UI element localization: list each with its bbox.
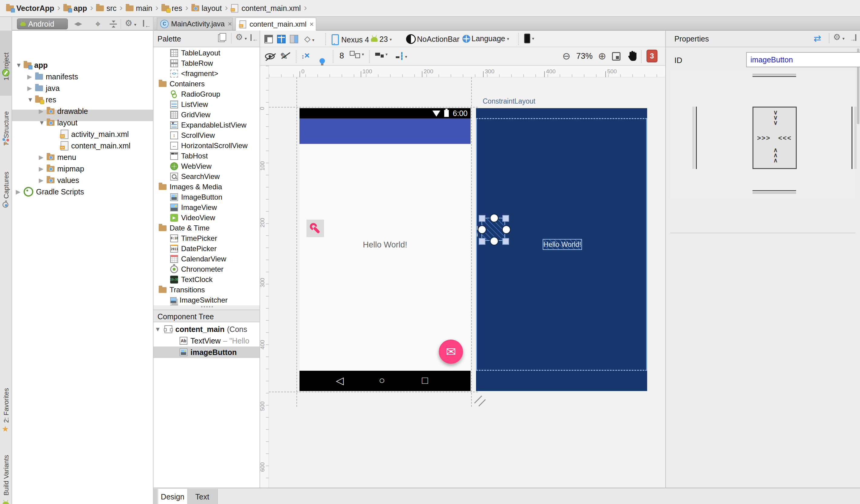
caret-collapsed-icon[interactable]: ▶ — [16, 188, 24, 196]
tree-item-java[interactable]: ▶java — [27, 82, 60, 94]
constraint-anchor-right[interactable] — [502, 225, 511, 234]
orientation-icon[interactable]: ◇▾ — [304, 34, 314, 44]
virtual-device-icon[interactable]: ▾ — [524, 34, 534, 43]
tab-design[interactable]: Design — [158, 489, 187, 504]
palette-item-timepicker[interactable]: 8:10TimePicker — [153, 233, 260, 244]
align-icon[interactable]: ▾ — [375, 52, 388, 57]
constraint-anchor-left[interactable] — [477, 225, 487, 234]
breadcrumb-item-app[interactable]: app — [63, 0, 87, 16]
gear-icon[interactable]: ⚙▾ — [125, 18, 136, 28]
resize-handle-ne[interactable] — [502, 215, 509, 222]
caret-expanded-icon[interactable]: ▼ — [27, 96, 35, 103]
api-selector[interactable]: 23▾ — [371, 35, 392, 44]
sidebar-item-captures[interactable]: Captures — [2, 159, 10, 199]
textview-widget[interactable]: Hello World! — [300, 240, 471, 249]
palette-item-datepicker[interactable]: 2011DatePicker — [153, 244, 260, 254]
sidebar-item-favorites[interactable]: 2: Favorites — [2, 376, 10, 423]
margins-icon[interactable]: ▾ — [350, 51, 364, 57]
close-icon[interactable]: × — [228, 20, 232, 28]
hide-panel-icon[interactable]: ← — [143, 19, 150, 28]
pan-hand-icon[interactable] — [627, 50, 638, 63]
palette-item-videoview[interactable]: ▶VideoView — [153, 213, 260, 223]
device-selector[interactable]: Nexus 4▾ — [332, 34, 373, 45]
caret-collapsed-icon[interactable]: ▶ — [39, 176, 47, 184]
caret-collapsed-icon[interactable]: ▶ — [39, 154, 47, 161]
caret-collapsed-icon[interactable]: ▶ — [39, 107, 47, 115]
caret-collapsed-icon[interactable]: ▶ — [27, 85, 35, 92]
palette-item-imageview[interactable]: ImageView — [153, 202, 260, 213]
zoom-in-icon[interactable]: ⊕ — [598, 50, 606, 62]
design-preview-phone[interactable]: 6:00 Hello World! ✉ ◁ ○ □ — [300, 108, 471, 391]
switch-view-icon[interactable]: ⇄ — [814, 33, 821, 44]
caret-expanded-icon[interactable]: ▼ — [155, 326, 162, 333]
tree-item-values[interactable]: ▶values — [39, 174, 79, 186]
palette-item-fragment[interactable]: <><fragment> — [153, 69, 260, 79]
tree-item-layout[interactable]: ▼layout — [39, 117, 77, 128]
palette-item-tablelayout[interactable]: TableLayout — [153, 48, 260, 58]
resize-handle-se[interactable] — [502, 238, 509, 245]
palette-item-textclock[interactable]: 13:31TextClock — [153, 274, 260, 285]
palette-item-radiogroup[interactable]: RadioGroup — [153, 89, 260, 99]
tree-item-activity-main[interactable]: <>activity_main.xml — [60, 128, 129, 140]
palette-category-date-time[interactable]: Date & Time — [153, 223, 260, 233]
theme-selector[interactable]: NoActionBar — [406, 34, 459, 44]
blueprint-view-icon[interactable] — [290, 35, 298, 43]
tree-item-mipmap[interactable]: ▶mipmap — [39, 163, 84, 174]
tree-item-manifests[interactable]: ▶manifests — [27, 71, 78, 82]
palette-item-horizontalscrollview[interactable]: ↔HorizontalScrollView — [153, 141, 260, 151]
palette-item-expandablelistview[interactable]: ExpandableListView — [153, 120, 260, 130]
id-field[interactable]: imageButton — [746, 52, 860, 67]
palette-item-calendarview[interactable]: CalendarView — [153, 254, 260, 264]
guidelines-icon[interactable]: ▾ — [396, 50, 407, 59]
preview-icon[interactable] — [218, 34, 225, 42]
infer-constraints-icon[interactable] — [319, 58, 325, 63]
resize-handle-sw[interactable] — [479, 238, 485, 245]
locale-selector[interactable]: Language▾ — [462, 34, 509, 43]
palette-item-chronometer[interactable]: Chronometer — [153, 264, 260, 274]
clear-constraints-icon[interactable]: ↕× — [301, 50, 310, 61]
tab-content-main[interactable]: <> content_main.xml × — [235, 17, 316, 31]
nav-back-icon[interactable]: ◁ — [336, 374, 344, 387]
palette-item-webview[interactable]: WebView — [153, 161, 260, 171]
gear-icon[interactable]: ⚙▾ — [833, 32, 845, 42]
component-item-content-main[interactable]: ▼ content_main(Cons — [155, 323, 260, 335]
zoom-out-icon[interactable]: ⊖ — [562, 50, 571, 62]
component-item-imagebutton[interactable]: imageButton — [180, 346, 260, 358]
nav-home-icon[interactable]: ○ — [379, 374, 385, 386]
resize-handle-nw[interactable] — [479, 215, 485, 222]
show-constraints-icon[interactable] — [265, 53, 275, 59]
divider[interactable] — [153, 17, 154, 504]
constraint-inspector[interactable]: ∨∨∨ ∧∧∧ >>> <<< — [671, 70, 855, 198]
autoconnect-pencil-icon[interactable]: ✎ — [280, 51, 288, 61]
caret-collapsed-icon[interactable]: ▶ — [27, 73, 35, 80]
caret-collapsed-icon[interactable]: ▶ — [39, 165, 47, 172]
error-count-badge[interactable]: 3 — [646, 50, 657, 62]
component-item-textview[interactable]: Ab TextView– "Hello — [180, 335, 260, 346]
tree-item-res[interactable]: ▼res — [27, 94, 56, 105]
tree-item-app[interactable]: ▼app — [16, 59, 47, 71]
navigate-back-forward-icon[interactable]: ◀▶ — [74, 20, 82, 27]
widget-square[interactable]: ∨∨∨ ∧∧∧ >>> <<< — [752, 106, 797, 169]
constraint-anchor-top[interactable] — [490, 214, 499, 222]
blueprint-textview-widget[interactable]: Hello World! — [543, 239, 582, 250]
default-margin-value[interactable]: 8 — [340, 51, 344, 61]
tree-item-menu[interactable]: ▶menu — [39, 152, 76, 163]
zoom-fit-icon[interactable] — [612, 52, 620, 61]
palette-category-transitions[interactable]: Transitions — [153, 285, 260, 295]
design-surface[interactable]: ConstraintLayout 6:00 Hello World! ✉ — [269, 77, 665, 488]
caret-expanded-icon[interactable]: ▼ — [39, 119, 47, 126]
tree-item-drawable[interactable]: ▶drawable — [39, 105, 88, 117]
locate-target-icon[interactable]: ⌖ — [96, 19, 101, 29]
design-view-icon[interactable] — [264, 35, 273, 43]
breadcrumb-item-vectorapp[interactable]: VectorApp — [6, 0, 54, 16]
breadcrumb-item-main[interactable]: main — [126, 0, 152, 16]
palette-item-listview[interactable]: ListView — [153, 99, 260, 110]
palette-item-scrollview[interactable]: ↕ScrollView — [153, 130, 260, 141]
palette-category-images-media[interactable]: Images & Media — [153, 182, 260, 192]
design-blueprint-view-icon[interactable] — [277, 35, 286, 43]
splitter-grip[interactable]: ••••• — [194, 304, 221, 309]
breadcrumb-item-src[interactable]: src — [96, 0, 116, 16]
close-icon[interactable]: × — [310, 20, 314, 28]
tab-text[interactable]: Text — [187, 489, 218, 504]
palette-item-searchview[interactable]: SearchView — [153, 171, 260, 182]
